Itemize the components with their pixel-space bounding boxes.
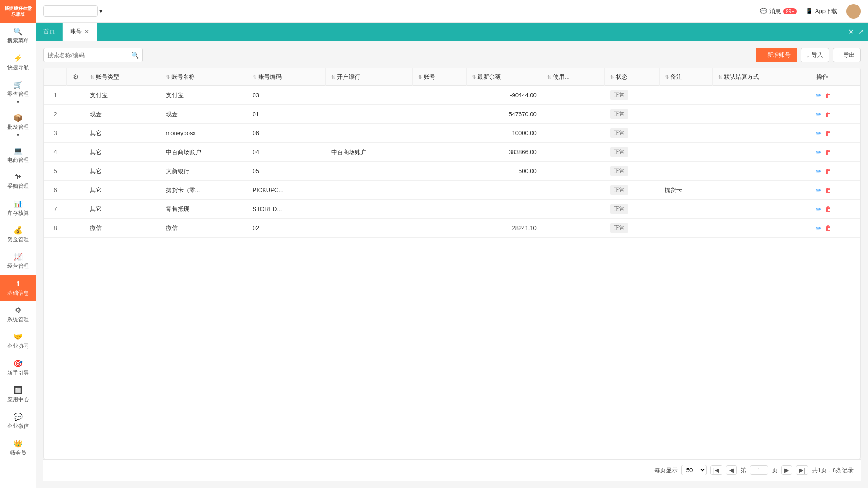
th-name[interactable]: 账号名称 <box>160 68 247 86</box>
delete-button-0[interactable]: 🗑 <box>825 92 831 99</box>
tab-home[interactable]: 首页 <box>36 23 63 41</box>
delete-button-7[interactable]: 🗑 <box>825 225 831 232</box>
cell-code-2: 06 <box>247 124 326 143</box>
sidebar-label-purchase: 采购管理 <box>7 183 29 190</box>
sidebar-item-finance[interactable]: 💰 资金管理 <box>0 221 36 248</box>
sidebar-icon-inventory: 📊 <box>14 199 23 208</box>
delete-button-2[interactable]: 🗑 <box>825 130 831 137</box>
tab-label-account: 账号 <box>70 28 82 36</box>
cell-name-5: 提货卡（零... <box>160 181 247 200</box>
sidebar-item-ecommerce[interactable]: 💻 电商管理 <box>0 142 36 169</box>
th-bank[interactable]: 开户银行 <box>326 68 413 86</box>
sidebar-item-inventory[interactable]: 📊 库存核算 <box>0 195 36 221</box>
sidebar-icon-operations: 📈 <box>14 253 23 261</box>
messages-button[interactable]: 💬 消息 99+ <box>760 7 797 15</box>
tab-close-icon[interactable]: ✕ <box>848 28 854 36</box>
cell-usage-6 <box>542 200 605 219</box>
top-bar-right: 💬 消息 99+ 📱 App下载 <box>760 4 861 19</box>
search-input[interactable] <box>47 52 131 59</box>
th-status[interactable]: 状态 <box>605 68 659 86</box>
cell-status-3: 正常 <box>605 143 659 162</box>
cell-action-5: ✏ 🗑 <box>811 181 860 200</box>
cell-settings-3 <box>66 143 85 162</box>
user-avatar[interactable] <box>846 4 861 19</box>
edit-button-5[interactable]: ✏ <box>816 187 821 194</box>
first-page-button[interactable]: |◀ <box>710 465 722 475</box>
sidebar-label-system: 系统管理 <box>7 316 29 324</box>
page-size-select[interactable]: 50 100 200 <box>681 465 707 475</box>
sidebar-item-wholesale[interactable]: 📦 批发管理 ▾ <box>0 109 36 142</box>
sidebar-icon-purchase: 🛍 <box>14 173 22 181</box>
th-account-no[interactable]: 账号 <box>413 68 467 86</box>
add-account-button[interactable]: + 新增账号 <box>756 48 797 62</box>
logo-line1: 畅捷通好生意 <box>5 5 32 11</box>
export-icon: ↑ <box>839 52 842 59</box>
cell-bank-3: 中百商场账户 <box>326 143 413 162</box>
search-icon[interactable]: 🔍 <box>131 52 139 59</box>
cell-type-7: 微信 <box>85 219 160 238</box>
cell-action-6: ✏ 🗑 <box>811 200 860 219</box>
edit-button-2[interactable]: ✏ <box>816 130 821 137</box>
page-input[interactable] <box>750 465 768 475</box>
sidebar-item-shortcuts[interactable]: ⚡ 快捷导航 <box>0 49 36 76</box>
sidebar-item-wechat[interactable]: 💬 企业微信 <box>0 408 36 435</box>
tab-close-account[interactable]: ✕ <box>85 28 89 35</box>
import-button[interactable]: ↓ 导入 <box>801 48 829 62</box>
cell-default-settlement-5 <box>713 181 811 200</box>
edit-button-3[interactable]: ✏ <box>816 149 821 156</box>
sidebar-item-retail[interactable]: 🛒 零售管理 ▾ <box>0 76 36 109</box>
sidebar-item-purchase[interactable]: 🛍 采购管理 <box>0 169 36 195</box>
delete-button-5[interactable]: 🗑 <box>825 187 831 194</box>
sidebar-item-operations[interactable]: 📈 经营管理 <box>0 248 36 275</box>
th-balance[interactable]: 最新余额 <box>466 68 542 86</box>
next-page-button[interactable]: ▶ <box>781 465 792 475</box>
app-download-button[interactable]: 📱 App下载 <box>806 7 837 15</box>
sidebar-item-enterprise[interactable]: 🤝 企业协同 <box>0 328 36 355</box>
cell-index-7: 8 <box>44 219 66 238</box>
sidebar-item-search[interactable]: 🔍 搜索菜单 <box>0 23 36 49</box>
cell-default-settlement-0 <box>713 86 811 105</box>
cell-code-6: STORED... <box>247 200 326 219</box>
th-settings[interactable]: ⚙ <box>66 68 85 86</box>
top-search-input[interactable] <box>43 5 98 17</box>
prev-page-button[interactable]: ◀ <box>726 465 737 475</box>
delete-button-3[interactable]: 🗑 <box>825 149 831 156</box>
cell-remark-5: 提货卡 <box>659 181 713 200</box>
tab-expand-icon[interactable]: ⤢ <box>858 28 863 36</box>
cell-remark-1 <box>659 105 713 124</box>
last-page-button[interactable]: ▶| <box>796 465 808 475</box>
edit-button-0[interactable]: ✏ <box>816 92 821 99</box>
chevron-icon: ▾ <box>17 132 19 137</box>
tab-account[interactable]: 账号✕ <box>63 23 97 41</box>
sidebar-item-system[interactable]: ⚙ 系统管理 <box>0 301 36 328</box>
tab-bar-actions: ✕ ⤢ <box>848 28 868 36</box>
edit-button-6[interactable]: ✏ <box>816 206 821 213</box>
th-code[interactable]: 账号编码 <box>247 68 326 86</box>
sidebar-item-member[interactable]: 👑 畅会员 <box>0 435 36 461</box>
cell-account-no-5 <box>413 181 467 200</box>
th-default-settlement[interactable]: 默认结算方式 <box>713 68 811 86</box>
delete-button-4[interactable]: 🗑 <box>825 168 831 175</box>
th-usage[interactable]: 使用... <box>542 68 605 86</box>
edit-button-1[interactable]: ✏ <box>816 111 821 118</box>
edit-button-7[interactable]: ✏ <box>816 225 821 232</box>
top-search-dropdown[interactable]: ▾ <box>43 5 103 17</box>
cell-code-3: 04 <box>247 143 326 162</box>
cell-type-1: 现金 <box>85 105 160 124</box>
th-type[interactable]: 账号类型 <box>85 68 160 86</box>
delete-button-1[interactable]: 🗑 <box>825 111 831 118</box>
delete-button-6[interactable]: 🗑 <box>825 206 831 213</box>
messages-label: 消息 <box>769 7 781 15</box>
toolbar: 🔍 + 新增账号 ↓ 导入 ↑ 导出 <box>43 48 861 62</box>
export-button[interactable]: ↑ 导出 <box>833 48 861 62</box>
sidebar-item-appcenter[interactable]: 🔲 应用中心 <box>0 381 36 408</box>
th-remark[interactable]: 备注 <box>659 68 713 86</box>
sidebar-item-basic[interactable]: ℹ 基础信息 <box>0 275 36 301</box>
cell-action-0: ✏ 🗑 <box>811 86 860 105</box>
cell-remark-3 <box>659 143 713 162</box>
toolbar-buttons: + 新增账号 ↓ 导入 ↑ 导出 <box>756 48 861 62</box>
sidebar-item-guide[interactable]: 🎯 新手引导 <box>0 355 36 381</box>
cell-bank-1 <box>326 105 413 124</box>
edit-button-4[interactable]: ✏ <box>816 168 821 175</box>
cell-remark-7 <box>659 219 713 238</box>
